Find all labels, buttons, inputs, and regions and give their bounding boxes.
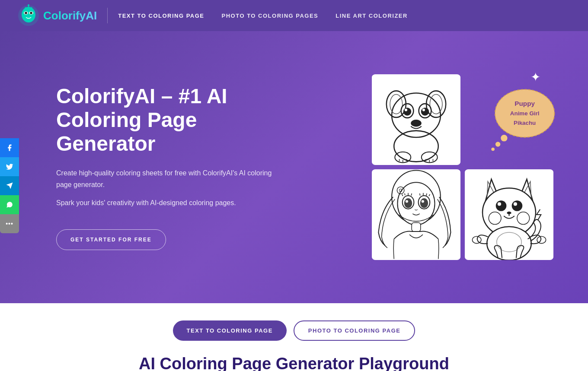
svg-point-71 (514, 202, 517, 206)
image-grid (372, 74, 553, 260)
svg-point-5 (30, 12, 32, 14)
sparkle-icon: ✦ (530, 70, 540, 84)
telegram-button[interactable] (0, 176, 19, 195)
svg-point-26 (403, 108, 411, 115)
hero-desc2: Spark your kids' creativity with AI-desi… (56, 197, 272, 209)
svg-point-29 (422, 108, 425, 111)
bottom-section: TEXT TO COLORING PAGE PHOTO TO COLORING … (0, 303, 588, 371)
hero-section: ColorifyAI – #1 AI Coloring Page Generat… (0, 31, 588, 303)
navbar: ColorifyAI TEXT TO COLORING PAGE PHOTO T… (0, 0, 588, 31)
svg-point-9 (31, 7, 32, 9)
more-icon: ••• (6, 220, 13, 227)
tab-row: TEXT TO COLORING PAGE PHOTO TO COLORING … (9, 320, 579, 341)
whatsapp-button[interactable] (0, 195, 19, 214)
anime-girl-image (372, 169, 460, 260)
hero-desc1: Create high-quality coloring sheets for … (56, 168, 272, 190)
tab-photo-coloring[interactable]: PHOTO TO COLORING PAGE (294, 320, 415, 341)
twitter-button[interactable] (0, 157, 19, 176)
playground-title: AI Coloring Page Generator Playground (9, 355, 579, 371)
svg-point-7 (28, 4, 29, 6)
svg-point-74 (487, 227, 531, 260)
puppy-svg (372, 74, 460, 165)
svg-point-50 (422, 200, 424, 203)
svg-line-55 (420, 193, 420, 196)
svg-line-57 (426, 193, 427, 196)
svg-point-70 (498, 202, 501, 206)
puppy-image (372, 74, 460, 165)
nav-links: TEXT TO COLORING PAGE PHOTO TO COLORING … (118, 12, 408, 19)
svg-point-28 (405, 108, 407, 111)
hero-title: ColorifyAI – #1 AI Coloring Page Generat… (56, 84, 272, 156)
logo-link[interactable]: ColorifyAI (17, 4, 97, 27)
svg-point-48 (420, 198, 428, 208)
svg-point-27 (421, 108, 429, 115)
tab-text-coloring[interactable]: TEXT TO COLORING PAGE (173, 320, 287, 341)
svg-point-42 (397, 182, 435, 225)
svg-line-54 (411, 193, 412, 196)
pikachu-svg (465, 169, 553, 260)
facebook-button[interactable] (0, 138, 19, 157)
svg-point-1 (22, 7, 35, 22)
svg-line-52 (405, 193, 405, 195)
nav-photo-coloring[interactable]: PHOTO TO COLORING PAGES (222, 13, 319, 19)
nav-divider (107, 8, 108, 23)
svg-point-49 (406, 200, 408, 203)
hero-images: ✦ Puppy Anime Girl Pikachu (372, 74, 553, 260)
thought-bubble-cell (465, 74, 553, 165)
svg-point-4 (25, 12, 27, 14)
nav-line-art[interactable]: LINE ART COLORIZER (336, 13, 408, 19)
nav-text-coloring[interactable]: TEXT TO COLORING PAGE (118, 13, 204, 19)
hero-content: ColorifyAI – #1 AI Coloring Page Generat… (56, 84, 272, 251)
svg-rect-59 (412, 222, 421, 231)
svg-point-47 (404, 198, 412, 208)
svg-point-69 (512, 200, 523, 211)
svg-point-30 (411, 120, 422, 127)
social-sidebar: ••• (0, 138, 19, 233)
anime-svg (372, 169, 460, 260)
get-started-button[interactable]: GET STARTED FOR FREE (56, 229, 166, 250)
logo-icon (17, 4, 40, 27)
logo-text: ColorifyAI (43, 9, 97, 22)
more-button[interactable]: ••• (0, 214, 19, 233)
svg-point-8 (25, 7, 26, 9)
pikachu-image (465, 169, 553, 260)
svg-point-68 (496, 200, 507, 211)
